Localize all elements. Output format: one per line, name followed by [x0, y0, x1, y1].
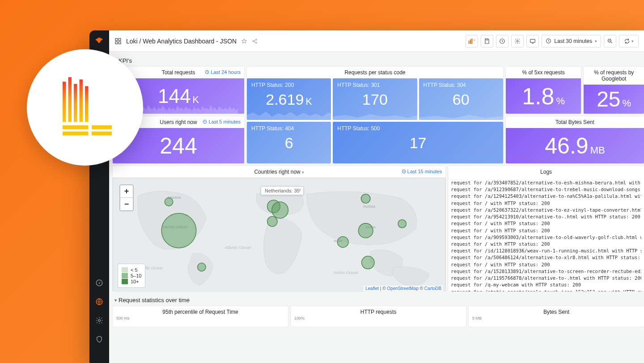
- logs-viewport[interactable]: request for /a/393407852/alternative-to-…: [448, 178, 644, 291]
- panel-title-text: Countries right now: [254, 169, 300, 175]
- attrib-cartodb[interactable]: CartoDB: [424, 286, 441, 291]
- panel-title-text: 95th percentile of Request Time: [162, 309, 238, 315]
- legend-label: 5–10: [131, 273, 141, 278]
- log-line: request for / with HTTP status: 200: [451, 227, 641, 234]
- log-line: request for /a/506486124/alternative-to-…: [451, 254, 641, 261]
- map-tooltip: Netherlands: 35 ×: [261, 186, 304, 195]
- svg-rect-44: [74, 84, 77, 122]
- star-icon[interactable]: [241, 38, 247, 44]
- svg-rect-47: [63, 125, 89, 129]
- stat-value: 1.8: [522, 85, 554, 108]
- panel-bytes-sent-chart: Bytes Sent 5 MB: [469, 306, 644, 327]
- svg-rect-49: [63, 132, 89, 136]
- svg-rect-17: [530, 39, 535, 42]
- panel-timerange: Last 15 minutes: [402, 169, 442, 174]
- log-line: request for / with HTTP status: 200: [451, 261, 641, 268]
- svg-rect-48: [92, 125, 112, 129]
- section-header-stats[interactable]: ▾ Request statistics over time: [113, 294, 644, 306]
- log-line: request for /a/954213910/alternative-to-…: [451, 214, 641, 220]
- chevron-down-icon: ▾: [114, 298, 117, 303]
- attrib-osm[interactable]: OpenStreetMap: [387, 286, 419, 291]
- svg-rect-42: [63, 82, 66, 122]
- dashboard-body: ▾ KPI's Total requests Last 24 hours: [109, 52, 644, 363]
- log-line: request for / with HTTP status: 200: [451, 200, 641, 207]
- section-header-kpis[interactable]: ▾ KPI's: [113, 55, 644, 67]
- svg-point-8: [256, 39, 257, 40]
- zoom-out-button[interactable]: [604, 35, 616, 47]
- topbar: Loki / Web Analytics Dashboard - JSON + …: [109, 30, 644, 52]
- panel-bytes-sent: Total Bytes Sent 46.9MB: [506, 116, 644, 163]
- panel-title-text: Logs: [540, 169, 552, 175]
- panel-timerange: Last 5 minutes: [203, 119, 241, 124]
- time-info-button[interactable]: [496, 35, 508, 47]
- stat-value: 2.619: [266, 92, 304, 107]
- tooltip-text: Netherlands: 35: [265, 188, 300, 193]
- clock-icon: [205, 70, 209, 74]
- app-window: Loki / Web Analytics Dashboard - JSON + …: [89, 30, 644, 363]
- legend-label: < 5: [131, 267, 138, 273]
- log-line: request for /a/520637322/alternative-to-…: [451, 207, 641, 214]
- settings-button[interactable]: [511, 35, 524, 47]
- add-panel-button[interactable]: +: [466, 35, 478, 47]
- svg-point-34: [272, 202, 288, 218]
- panel-title-text: Bytes Sent: [543, 309, 569, 315]
- refresh-button[interactable]: ▾: [619, 35, 639, 47]
- loki-logo-icon: [51, 74, 119, 141]
- svg-point-2: [98, 320, 101, 322]
- panel-pct-5xx: % of 5xx requests 1.8%: [506, 67, 581, 114]
- gear-icon[interactable]: [95, 316, 103, 325]
- legend-label: 10+: [131, 279, 139, 284]
- save-button[interactable]: [481, 35, 493, 47]
- svg-text:Indian Ocean: Indian Ocean: [334, 270, 358, 275]
- svg-point-31: [161, 213, 196, 248]
- timerange-picker[interactable]: Last 30 minutes ▾: [542, 35, 601, 47]
- svg-rect-50: [92, 132, 112, 136]
- svg-point-40: [362, 256, 375, 269]
- log-line: request for /q-my-webcam with HTTP statu…: [451, 282, 641, 288]
- timerange-label: Last 30 minutes: [554, 38, 592, 44]
- map-legend: < 5 5–10 10+: [118, 264, 145, 288]
- shield-icon[interactable]: [95, 335, 103, 343]
- stat-unit: %: [556, 96, 565, 106]
- panel-logs: Logs request for /a/393407852/alternativ…: [448, 166, 644, 291]
- stat-value: 170: [362, 92, 388, 107]
- chevron-down-icon[interactable]: ▾: [302, 170, 304, 175]
- svg-text:RUSSIA: RUSSIA: [364, 205, 376, 209]
- map-viewport[interactable]: Pacific Ocean Atlantic Ocean Indian Ocea…: [113, 178, 445, 291]
- svg-rect-12: [472, 38, 473, 44]
- svg-rect-5: [115, 42, 118, 44]
- status-label: HTTP Status: 404: [251, 125, 294, 132]
- loki-badge: [27, 49, 143, 166]
- svg-point-41: [198, 263, 206, 271]
- zoom-out-button[interactable]: −: [120, 198, 133, 210]
- map-zoom-controls: + −: [119, 184, 134, 211]
- stat-value: 17: [410, 135, 427, 150]
- log-line: request for /a/1294125403/alternative-to…: [451, 193, 641, 200]
- grafana-logo-icon: [95, 37, 104, 46]
- stat-value: 6: [285, 135, 293, 150]
- compass-icon[interactable]: [95, 279, 103, 287]
- log-line: request for /a/909593003/alternative-to-…: [451, 234, 641, 241]
- log-line: request for / with HTTP status: 200: [451, 241, 641, 248]
- close-icon[interactable]: ×: [298, 187, 301, 192]
- tv-mode-button[interactable]: [526, 35, 539, 47]
- panel-timerange: Last 24 hours: [205, 69, 241, 75]
- svg-point-7: [253, 40, 254, 42]
- zoom-in-button[interactable]: +: [120, 185, 133, 198]
- svg-point-39: [398, 220, 406, 228]
- share-icon[interactable]: [252, 38, 258, 44]
- globe-icon[interactable]: [95, 298, 103, 306]
- panel-status-codes: Requests per status code HTTP Status: 20…: [247, 67, 503, 163]
- svg-point-16: [517, 40, 519, 42]
- status-label: HTTP Status: 200: [251, 82, 294, 88]
- stat-unit: K: [305, 97, 312, 107]
- axis-label: 5 MB: [469, 316, 644, 320]
- panel-title-text: % of requests by Googlebot: [594, 69, 634, 82]
- svg-rect-43: [68, 77, 72, 122]
- breadcrumb-title[interactable]: Loki / Web Analytics Dashboard - JSON: [126, 38, 237, 45]
- attrib-leaflet[interactable]: Leaflet: [365, 286, 379, 291]
- svg-point-36: [361, 194, 370, 203]
- svg-rect-4: [119, 38, 121, 41]
- axis-label: 100%: [291, 316, 466, 320]
- svg-point-9: [256, 42, 257, 43]
